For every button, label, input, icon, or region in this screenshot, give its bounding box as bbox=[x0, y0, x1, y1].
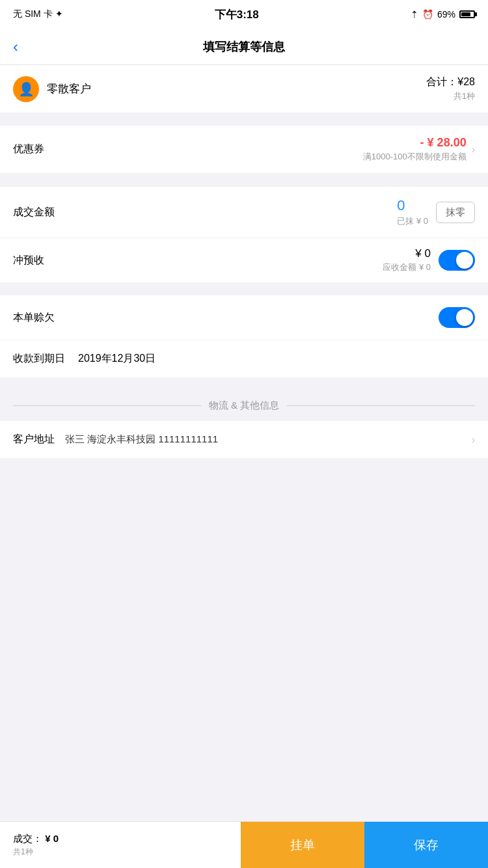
status-right: ⇡ ⏰ 69% bbox=[411, 9, 475, 20]
debt-toggle[interactable] bbox=[439, 307, 475, 328]
status-time: 下午3:18 bbox=[215, 7, 259, 22]
address-section: 客户地址 张三 海淀永丰科技园 11111111111 › bbox=[0, 421, 488, 458]
location-icon: ⇡ bbox=[411, 9, 418, 20]
customer-row: 👤 零散客户 合计：¥28 共1种 bbox=[0, 65, 488, 113]
bottom-deal-amount: ¥ 0 bbox=[45, 833, 59, 844]
customer-count: 共1种 bbox=[426, 90, 475, 102]
due-date-row: 收款到期日 2019年12月30日 bbox=[0, 340, 488, 377]
bottom-bar: 成交： ¥ 0 共1种 挂单 保存 bbox=[0, 821, 488, 868]
prepayment-receivable: 应收金额 ¥ 0 bbox=[383, 262, 431, 273]
prepayment-label: 冲预收 bbox=[13, 254, 44, 267]
customer-name: 零散客户 bbox=[47, 81, 91, 96]
content: 👤 零散客户 合计：¥28 共1种 优惠券 - ¥ 28.00 满1000-10… bbox=[0, 65, 488, 517]
back-button[interactable]: ‹ bbox=[8, 33, 23, 61]
customer-avatar: 👤 bbox=[13, 76, 39, 102]
debt-row: 本单赊欠 bbox=[0, 295, 488, 340]
transaction-sub: 已抹 ¥ 0 bbox=[397, 215, 428, 227]
prepayment-amounts: ¥ 0 应收金额 ¥ 0 bbox=[383, 247, 431, 273]
due-date-value: 2019年12月30日 bbox=[78, 352, 156, 366]
customer-total: 合计：¥28 bbox=[426, 75, 475, 89]
debt-toggle-knob bbox=[456, 309, 473, 326]
nav-bar: ‹ 填写结算等信息 bbox=[0, 29, 488, 65]
prepayment-amount: ¥ 0 bbox=[383, 247, 431, 260]
customer-right: 合计：¥28 共1种 bbox=[426, 75, 475, 102]
customer-section: 👤 零散客户 合计：¥28 共1种 bbox=[0, 65, 488, 113]
bottom-summary: 成交： ¥ 0 共1种 bbox=[0, 833, 241, 858]
sim-status: 无 SIM 卡 ✦ bbox=[13, 8, 63, 20]
prepayment-row: 冲预收 ¥ 0 应收金额 ¥ 0 bbox=[0, 238, 488, 282]
bottom-count: 共1种 bbox=[13, 847, 228, 858]
transaction-row: 成交金额 0 已抹 ¥ 0 抹零 bbox=[0, 187, 488, 238]
coupon-section: 优惠券 - ¥ 28.00 满1000-100不限制使用金额 › bbox=[0, 126, 488, 174]
toggle-knob bbox=[456, 252, 473, 269]
bottom-deal-label: 成交： bbox=[13, 833, 42, 844]
debt-section: 本单赊欠 收款到期日 2019年12月30日 bbox=[0, 295, 488, 377]
debt-label: 本单赊欠 bbox=[13, 311, 55, 325]
save-button[interactable]: 保存 bbox=[364, 822, 488, 869]
prepayment-toggle[interactable] bbox=[439, 250, 475, 271]
transaction-section: 成交金额 0 已抹 ¥ 0 抹零 冲预收 ¥ 0 应收金额 ¥ 0 bbox=[0, 187, 488, 282]
coupon-desc: 满1000-100不限制使用金额 bbox=[363, 151, 467, 163]
transaction-value: 0 bbox=[397, 197, 428, 214]
bottom-deal: 成交： ¥ 0 bbox=[13, 833, 228, 845]
divider-4 bbox=[0, 384, 488, 390]
address-row[interactable]: 客户地址 张三 海淀永丰科技园 11111111111 › bbox=[0, 421, 488, 458]
battery-percent: 69% bbox=[437, 9, 455, 20]
round-zero-button[interactable]: 抹零 bbox=[436, 202, 475, 223]
coupon-label: 优惠券 bbox=[13, 142, 44, 156]
avatar-icon: 👤 bbox=[18, 81, 34, 97]
address-label: 客户地址 bbox=[13, 433, 55, 446]
divider-2 bbox=[0, 180, 488, 187]
alarm-icon: ⏰ bbox=[422, 9, 433, 20]
page-title: 填写结算等信息 bbox=[203, 39, 285, 55]
divider-3 bbox=[0, 289, 488, 295]
hold-button[interactable]: 挂单 bbox=[241, 822, 364, 869]
address-chevron: › bbox=[472, 434, 475, 446]
status-bar: 无 SIM 卡 ✦ 下午3:18 ⇡ ⏰ 69% bbox=[0, 0, 488, 29]
coupon-chevron: › bbox=[472, 144, 475, 156]
coupon-right: - ¥ 28.00 满1000-100不限制使用金额 › bbox=[363, 136, 475, 163]
header-line-left bbox=[13, 405, 201, 406]
battery-icon bbox=[459, 10, 475, 18]
coupon-row[interactable]: 优惠券 - ¥ 28.00 满1000-100不限制使用金额 › bbox=[0, 126, 488, 174]
address-value: 张三 海淀永丰科技园 11111111111 bbox=[65, 433, 472, 446]
transaction-right: 0 已抹 ¥ 0 抹零 bbox=[397, 197, 475, 227]
due-date-label: 收款到期日 bbox=[13, 352, 65, 366]
header-line-right bbox=[287, 405, 475, 406]
customer-left: 👤 零散客户 bbox=[13, 76, 91, 102]
divider-1 bbox=[0, 119, 488, 126]
transaction-label: 成交金额 bbox=[13, 206, 55, 219]
status-left: 无 SIM 卡 ✦ bbox=[13, 8, 63, 20]
logistics-label: 物流 & 其他信息 bbox=[209, 400, 279, 412]
logistics-section-header: 物流 & 其他信息 bbox=[0, 390, 488, 421]
coupon-amount: - ¥ 28.00 bbox=[363, 136, 467, 150]
prepayment-right: ¥ 0 应收金额 ¥ 0 bbox=[383, 247, 475, 273]
